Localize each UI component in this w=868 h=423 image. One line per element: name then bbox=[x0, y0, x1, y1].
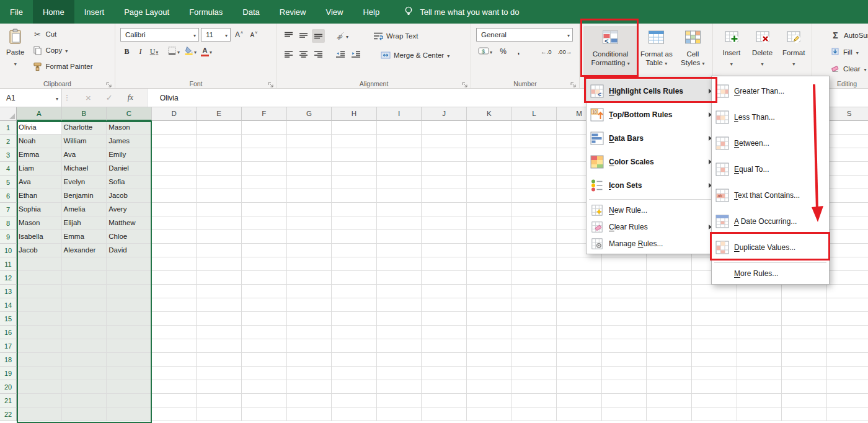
row-header-14[interactable]: 14 bbox=[0, 298, 17, 312]
cell-I14[interactable] bbox=[377, 298, 422, 312]
cell-C6[interactable]: Jacob bbox=[107, 189, 152, 203]
cell-E18[interactable] bbox=[197, 353, 242, 367]
format-painter-button[interactable]: Format Painter bbox=[29, 58, 95, 74]
cell-P15[interactable] bbox=[692, 312, 737, 326]
cell-G3[interactable] bbox=[287, 148, 332, 162]
cell-S13[interactable] bbox=[827, 285, 868, 298]
cell-S12[interactable] bbox=[827, 271, 868, 285]
cell-L2[interactable] bbox=[512, 135, 557, 148]
formula-bar-splitter[interactable]: ⋮ bbox=[62, 89, 72, 107]
cell-N19[interactable] bbox=[602, 367, 647, 380]
cell-J1[interactable] bbox=[422, 121, 467, 135]
cell-K11[interactable] bbox=[467, 257, 512, 271]
cell-L21[interactable] bbox=[512, 394, 557, 407]
clipboard-dialog-launcher-icon[interactable] bbox=[105, 79, 113, 87]
cell-D14[interactable] bbox=[152, 298, 197, 312]
cell-G14[interactable] bbox=[287, 298, 332, 312]
cell-I8[interactable] bbox=[377, 216, 422, 230]
menu-item-a-date-occurring[interactable]: A Date Occurring... bbox=[712, 208, 828, 234]
cell-M22[interactable] bbox=[557, 407, 602, 421]
cell-E21[interactable] bbox=[197, 394, 242, 407]
cell-J15[interactable] bbox=[422, 312, 467, 326]
cell-N21[interactable] bbox=[602, 394, 647, 407]
cell-Q22[interactable] bbox=[737, 407, 782, 421]
cell-M11[interactable] bbox=[557, 257, 602, 271]
cell-A21[interactable] bbox=[17, 394, 62, 407]
cell-L11[interactable] bbox=[512, 257, 557, 271]
cell-N15[interactable] bbox=[602, 312, 647, 326]
cell-J6[interactable] bbox=[422, 189, 467, 203]
cell-G9[interactable] bbox=[287, 230, 332, 244]
cell-B1[interactable]: Charlotte bbox=[62, 121, 107, 135]
cell-H10[interactable] bbox=[332, 244, 377, 257]
cell-P17[interactable] bbox=[692, 339, 737, 353]
row-header-16[interactable]: 16 bbox=[0, 326, 17, 339]
cell-E20[interactable] bbox=[197, 380, 242, 394]
cell-M16[interactable] bbox=[557, 326, 602, 339]
row-header-22[interactable]: 22 bbox=[0, 407, 17, 421]
cell-C18[interactable] bbox=[107, 353, 152, 367]
cell-C13[interactable] bbox=[107, 285, 152, 298]
cell-G1[interactable] bbox=[287, 121, 332, 135]
cell-J5[interactable] bbox=[422, 176, 467, 189]
cell-G20[interactable] bbox=[287, 380, 332, 394]
row-header-10[interactable]: 10 bbox=[0, 244, 17, 257]
cell-J9[interactable] bbox=[422, 230, 467, 244]
cell-H15[interactable] bbox=[332, 312, 377, 326]
format-cells-button[interactable]: Format bbox=[778, 26, 809, 78]
cell-Q18[interactable] bbox=[737, 353, 782, 367]
cell-C22[interactable] bbox=[107, 407, 152, 421]
column-header-S[interactable]: S bbox=[827, 107, 868, 121]
column-header-E[interactable]: E bbox=[197, 107, 242, 121]
cell-B10[interactable]: Alexander bbox=[62, 244, 107, 257]
cell-G5[interactable] bbox=[287, 176, 332, 189]
cell-S19[interactable] bbox=[827, 367, 868, 380]
cell-S1[interactable] bbox=[827, 121, 868, 135]
cell-D19[interactable] bbox=[152, 367, 197, 380]
cell-D9[interactable] bbox=[152, 230, 197, 244]
cell-H14[interactable] bbox=[332, 298, 377, 312]
cell-H4[interactable] bbox=[332, 162, 377, 176]
cell-F14[interactable] bbox=[242, 298, 287, 312]
cell-N14[interactable] bbox=[602, 298, 647, 312]
cell-F16[interactable] bbox=[242, 326, 287, 339]
orientation-button[interactable]: ab bbox=[334, 29, 350, 43]
cell-E12[interactable] bbox=[197, 271, 242, 285]
cell-J21[interactable] bbox=[422, 394, 467, 407]
cell-A13[interactable] bbox=[17, 285, 62, 298]
cell-F4[interactable] bbox=[242, 162, 287, 176]
merge-center-button[interactable]: Merge & Center bbox=[378, 47, 453, 63]
cell-J11[interactable] bbox=[422, 257, 467, 271]
autosum-button[interactable]: Σ AutoSum bbox=[831, 27, 868, 43]
cell-F3[interactable] bbox=[242, 148, 287, 162]
cell-I7[interactable] bbox=[377, 203, 422, 216]
cell-J3[interactable] bbox=[422, 148, 467, 162]
cell-P21[interactable] bbox=[692, 394, 737, 407]
cell-K3[interactable] bbox=[467, 148, 512, 162]
tab-home[interactable]: Home bbox=[33, 0, 74, 24]
cell-C10[interactable]: David bbox=[107, 244, 152, 257]
cell-E16[interactable] bbox=[197, 326, 242, 339]
row-header-1[interactable]: 1 bbox=[0, 121, 17, 135]
cell-N20[interactable] bbox=[602, 380, 647, 394]
cell-S2[interactable] bbox=[827, 135, 868, 148]
cell-G4[interactable] bbox=[287, 162, 332, 176]
cell-J2[interactable] bbox=[422, 135, 467, 148]
alignment-dialog-launcher-icon[interactable] bbox=[461, 79, 469, 87]
font-dialog-launcher-icon[interactable] bbox=[267, 79, 275, 87]
menu-item-more-rules[interactable]: More Rules... bbox=[712, 265, 828, 282]
bold-button[interactable]: B bbox=[120, 45, 133, 58]
row-header-3[interactable]: 3 bbox=[0, 148, 17, 162]
cell-E5[interactable] bbox=[197, 176, 242, 189]
align-left-button[interactable] bbox=[282, 48, 295, 62]
cell-J12[interactable] bbox=[422, 271, 467, 285]
row-header-12[interactable]: 12 bbox=[0, 271, 17, 285]
cell-E15[interactable] bbox=[197, 312, 242, 326]
cell-F18[interactable] bbox=[242, 353, 287, 367]
cell-C3[interactable]: Emily bbox=[107, 148, 152, 162]
cell-H9[interactable] bbox=[332, 230, 377, 244]
cell-A4[interactable]: Liam bbox=[17, 162, 62, 176]
cell-E11[interactable] bbox=[197, 257, 242, 271]
cell-K1[interactable] bbox=[467, 121, 512, 135]
cell-F22[interactable] bbox=[242, 407, 287, 421]
